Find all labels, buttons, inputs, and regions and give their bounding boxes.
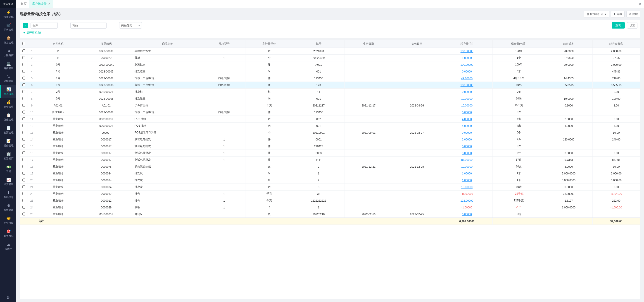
row-checkbox[interactable]: [22, 90, 25, 93]
row-checkbox[interactable]: [22, 111, 25, 113]
sidebar-item-general[interactable]: 📋 总账管理: [0, 111, 16, 124]
sidebar-item-wholesale[interactable]: 📦 批发管理: [0, 34, 16, 47]
row-checkbox[interactable]: [22, 104, 25, 107]
warehouse-ellipsis[interactable]: ...: [60, 24, 66, 27]
row-checkbox[interactable]: [22, 185, 25, 188]
cell-qty-main[interactable]: 49.60000: [441, 75, 493, 82]
cell-qty-stock: 122千克: [493, 197, 545, 204]
sidebar-item-fixed-assets[interactable]: 🏢 固定资产: [0, 149, 16, 163]
row-checkbox[interactable]: [22, 49, 25, 52]
hide-button[interactable]: 👁 隐藏: [626, 11, 640, 18]
nav-arrow-button[interactable]: ›: [23, 23, 28, 28]
cell-qty-main[interactable]: -16.00000: [441, 191, 493, 197]
cell-qty-main[interactable]: 3.00000: [441, 150, 493, 157]
footer-label: 合计: [36, 218, 441, 225]
cell-goods-code: 0023-00005: [80, 95, 132, 102]
cell-qty-main[interactable]: 100.00000: [441, 61, 493, 68]
cell-qty-main[interactable]: 100.00000: [441, 82, 493, 89]
sidebar-item-base-info[interactable]: ℹ 基础信息: [0, 188, 16, 201]
print-button[interactable]: 🖨 按模板打印 ▼: [584, 11, 609, 18]
row-checkbox[interactable]: [22, 117, 25, 120]
search-button[interactable]: 查询: [612, 22, 625, 29]
goods-ellipsis[interactable]: ...: [109, 24, 115, 27]
window-close-icon[interactable]: ✕: [638, 2, 642, 6]
row-checkbox[interactable]: [22, 199, 25, 202]
sidebar-item-system[interactable]: ⚙ 系统管理: [0, 201, 16, 214]
row-checkbox[interactable]: [22, 138, 25, 141]
row-checkbox[interactable]: [22, 131, 25, 134]
row-checkbox[interactable]: [22, 179, 25, 182]
sidebar-item-collab[interactable]: 🤝 企业协同: [0, 214, 16, 227]
cell-qty-main[interactable]: 0.00000: [441, 68, 493, 75]
cell-qty-main[interactable]: 0.00000: [441, 109, 493, 116]
row-checkbox[interactable]: [22, 151, 25, 154]
export-button[interactable]: ⬆ 导出: [611, 11, 624, 18]
cell-goods-name: 鲜鸡A: [132, 211, 203, 218]
cell-qty-main[interactable]: 4.00000: [441, 116, 493, 122]
cell-prod-date: [344, 68, 393, 75]
cell-qty-main[interactable]: 4.00000: [441, 122, 493, 129]
sidebar-item-ops[interactable]: 📈 经营管理: [0, 175, 16, 188]
cell-qty-main[interactable]: 1.00000: [441, 170, 493, 177]
row-checkbox[interactable]: [22, 77, 25, 80]
sidebar-item-inventory[interactable]: 📊 库存核算: [0, 85, 16, 98]
row-checkbox[interactable]: [22, 172, 25, 175]
cell-qty-main[interactable]: 10.00000: [441, 163, 493, 170]
tab-close-icon[interactable]: ✕: [48, 2, 50, 6]
row-checkbox[interactable]: [22, 124, 25, 127]
sidebar-item-quick-nav[interactable]: ⚡ 快捷导航: [0, 8, 16, 21]
row-checkbox[interactable]: [22, 63, 25, 66]
sidebar-item-hr[interactable]: 💵 工资: [0, 163, 16, 175]
settings-button[interactable]: 设置: [627, 22, 638, 29]
row-checkbox[interactable]: [22, 83, 25, 86]
tab-home[interactable]: 首页: [18, 0, 30, 8]
row-checkbox[interactable]: [22, 70, 25, 73]
cell-qty-main[interactable]: 0.00000: [441, 129, 493, 136]
row-checkbox[interactable]: [22, 213, 25, 215]
tab-inventory-batch[interactable]: 库存批次量 ✕: [30, 0, 53, 8]
sidebar-logo[interactable]: 搜索菜单: [0, 0, 16, 8]
cell-qty-main[interactable]: 10.00000: [441, 95, 493, 102]
cell-no: 13: [28, 129, 36, 136]
sidebar-item-new-guide[interactable]: 🎯 新手引导: [0, 227, 16, 240]
warehouse-input[interactable]: [30, 22, 58, 29]
sidebar-item-retail[interactable]: 🛒 零售管理: [0, 21, 16, 34]
collab-icon: 🤝: [6, 216, 11, 221]
sidebar-item-finance[interactable]: 💰 资金管理: [0, 98, 16, 111]
cell-qty-main[interactable]: 87.00000: [441, 157, 493, 163]
row-checkbox[interactable]: [22, 165, 25, 168]
row-checkbox[interactable]: [22, 206, 25, 209]
table-row: 17 营业粮仓 0000017 测试电笔批次 1 件 1111 87.00000…: [20, 157, 640, 163]
row-checkbox[interactable]: [22, 56, 25, 59]
cell-qty-main[interactable]: 122.00000: [441, 197, 493, 204]
row-checkbox[interactable]: [22, 144, 25, 147]
goods-input[interactable]: [70, 22, 106, 29]
sidebar-item-invoice[interactable]: 🧾 发票管理: [0, 124, 16, 137]
cell-qty-main[interactable]: 100.00000: [441, 48, 493, 55]
sidebar-item-cloud[interactable]: ☁ 云应用: [0, 240, 16, 253]
cell-qty-stock: 3件: [493, 150, 545, 157]
cell-qty-main[interactable]: 2.00000: [441, 136, 493, 143]
category-select[interactable]: 商品分类: [119, 22, 142, 29]
cell-qty-main[interactable]: 10.00000: [441, 102, 493, 109]
cell-unit: 个: [245, 55, 293, 61]
row-checkbox[interactable]: [22, 192, 25, 195]
cell-qty-main[interactable]: -1.00000: [441, 204, 493, 211]
select-all-checkbox[interactable]: [22, 42, 25, 45]
cell-qty-main[interactable]: 0.00000: [441, 89, 493, 95]
cell-goods-name: 富诚（白色/均情）: [132, 109, 203, 116]
sidebar-item-ecommerce[interactable]: 💻 电商管理: [0, 59, 16, 72]
cell-qty-main[interactable]: 1.00000: [441, 177, 493, 184]
row-checkbox[interactable]: [22, 158, 25, 161]
cell-goods-code: 0000017: [80, 157, 132, 163]
cell-qty-main[interactable]: 0.00000: [441, 143, 493, 150]
row-checkbox[interactable]: [22, 97, 25, 100]
sidebar-item-tax[interactable]: 📝 税务管理: [0, 137, 16, 149]
cell-qty-main[interactable]: 1.00000: [441, 55, 493, 61]
sidebar-item-small-ecommerce[interactable]: 🖥 小账电商: [0, 47, 16, 59]
expand-conditions-button[interactable]: ▼ 展开更多条件: [23, 30, 638, 36]
cell-qty-main[interactable]: 10.00000: [441, 184, 493, 191]
sidebar-settings-icon[interactable]: ⚙: [6, 295, 10, 300]
cell-qty-main[interactable]: 0.00000: [441, 211, 493, 218]
sidebar-item-purchase[interactable]: 🛍 采购管理: [0, 72, 16, 85]
